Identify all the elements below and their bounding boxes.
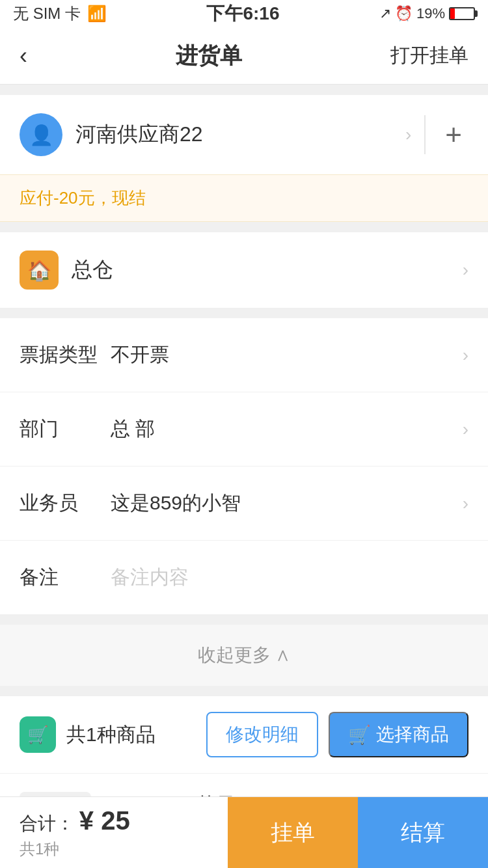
invoice-label: 票据类型 xyxy=(20,342,111,368)
sim-status: 无 SIM 卡 xyxy=(13,3,81,24)
products-count: 共1种商品 xyxy=(66,722,206,748)
remark-input[interactable]: 备注内容 xyxy=(111,564,468,591)
total-section: 合计： ¥ 25 共1种 xyxy=(0,806,228,860)
hang-button[interactable]: 挂单 xyxy=(228,797,358,869)
warehouse-name: 总仓 xyxy=(72,256,463,284)
nav-bar: ‹ 进货单 打开挂单 xyxy=(0,27,488,85)
invoice-chevron-icon: › xyxy=(463,345,468,366)
status-left: 无 SIM 卡 📶 xyxy=(13,3,107,24)
warehouse-section: 🏠 总仓 › xyxy=(0,232,488,308)
bottom-bar: 合计： ¥ 25 共1种 挂单 结算 xyxy=(0,796,488,868)
invoice-row[interactable]: 票据类型 不开票 › xyxy=(0,318,488,392)
dept-row[interactable]: 部门 总 部 › xyxy=(0,392,488,467)
select-product-icon: 🛒 xyxy=(348,724,371,746)
hang-label: 挂单 xyxy=(271,818,315,848)
page-title: 进货单 xyxy=(176,41,242,71)
total-count: 共1种 xyxy=(20,839,208,860)
edit-detail-button[interactable]: 修改明细 xyxy=(206,712,318,757)
add-supplier-button[interactable]: + xyxy=(439,118,468,151)
supplier-chevron-icon: › xyxy=(405,124,411,145)
settle-label: 结算 xyxy=(401,818,445,848)
remark-label: 备注 xyxy=(20,564,111,591)
collapse-row[interactable]: 收起更多 ∧ xyxy=(0,625,488,686)
supplier-avatar: 👤 xyxy=(20,113,62,156)
status-bar: 无 SIM 卡 📶 下午6:16 ↗ ⏰ 19% xyxy=(0,0,488,27)
supplier-divider xyxy=(424,115,426,154)
warehouse-chevron-icon: › xyxy=(463,260,468,280)
divider xyxy=(0,85,488,95)
invoice-value: 不开票 xyxy=(111,342,463,368)
sales-chevron-icon: › xyxy=(463,493,468,514)
dept-chevron-icon: › xyxy=(463,419,468,440)
wifi-icon: 📶 xyxy=(87,5,107,23)
settle-button[interactable]: 结算 xyxy=(358,797,488,869)
sales-value: 这是859的小智 xyxy=(111,490,463,517)
alarm-icon: ⏰ xyxy=(395,5,413,22)
products-header: 🛒 共1种商品 修改明细 🛒 选择商品 xyxy=(0,696,488,774)
back-button[interactable]: ‹ xyxy=(20,42,27,70)
select-product-button[interactable]: 🛒 选择商品 xyxy=(329,712,468,757)
battery-percent: 19% xyxy=(416,5,445,22)
supplier-row[interactable]: 👤 河南供应商22 › + xyxy=(0,95,488,174)
notice-bar: 应付-20元，现结 xyxy=(0,174,488,222)
form-section: 票据类型 不开票 › 部门 总 部 › 业务员 这是859的小智 › 备注 备注… xyxy=(0,318,488,614)
warehouse-icon: 🏠 xyxy=(20,251,59,290)
warehouse-row[interactable]: 🏠 总仓 › xyxy=(0,232,488,308)
sales-row[interactable]: 业务员 这是859的小智 › xyxy=(0,467,488,541)
total-amount: ¥ 25 xyxy=(79,806,130,835)
select-product-label: 选择商品 xyxy=(376,722,449,747)
collapse-label: 收起更多 ∧ xyxy=(198,645,291,665)
remark-row[interactable]: 备注 备注内容 xyxy=(0,541,488,614)
gps-icon: ↗ xyxy=(379,5,391,22)
products-icon: 🛒 xyxy=(20,716,56,753)
total-label: 合计： xyxy=(20,813,74,834)
dept-value: 总 部 xyxy=(111,416,463,442)
time-display: 下午6:16 xyxy=(206,1,279,26)
open-hang-button[interactable]: 打开挂单 xyxy=(390,42,468,69)
notice-text: 应付-20元，现结 xyxy=(20,188,146,208)
supplier-name: 河南供应商22 xyxy=(75,120,405,149)
battery-icon xyxy=(449,7,475,20)
status-right: ↗ ⏰ 19% xyxy=(379,5,475,22)
sales-label: 业务员 xyxy=(20,490,111,517)
dept-label: 部门 xyxy=(20,416,111,442)
supplier-section: 👤 河南供应商22 › + 应付-20元，现结 xyxy=(0,95,488,222)
